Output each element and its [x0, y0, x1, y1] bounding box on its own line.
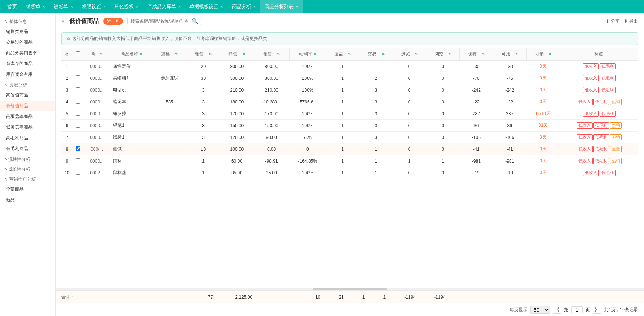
- nav-template-settings[interactable]: 单据模板设置 ×: [185, 0, 227, 13]
- sidebar-item-high-coverage[interactable]: 高覆盖率商品: [0, 111, 55, 122]
- sidebar-group-liquidity[interactable]: > 流通性分析: [0, 154, 55, 164]
- col-tags[interactable]: 标签: [560, 48, 638, 61]
- row-checkbox[interactable]: [73, 84, 83, 96]
- share-button[interactable]: ⬆ 分享: [606, 18, 620, 24]
- sidebar-item-low-coverage[interactable]: 低覆盖率商品: [0, 122, 55, 133]
- sidebar-item-high-margin[interactable]: 高毛利商品: [0, 133, 55, 143]
- row-select-checkbox[interactable]: [76, 111, 80, 116]
- collapse-sidebar-btn[interactable]: «: [61, 18, 65, 24]
- close-icon[interactable]: ×: [136, 4, 138, 9]
- nav-home[interactable]: 首页: [3, 0, 21, 13]
- sidebar-item-category-sales-rate[interactable]: 商品分类销售率: [0, 48, 55, 58]
- row-view1[interactable]: 0: [393, 167, 426, 179]
- col-spec[interactable]: 规格... ⇅: [152, 48, 187, 61]
- search-icon[interactable]: 🔍: [192, 18, 198, 24]
- col-margin[interactable]: 毛利率 ⇅: [289, 48, 326, 61]
- sidebar-item-stock-capital[interactable]: 库存资金占用: [0, 69, 55, 80]
- scrollbar-thumb[interactable]: [313, 288, 387, 290]
- row-select-checkbox[interactable]: [76, 135, 80, 139]
- row-view1[interactable]: 0: [393, 61, 426, 72]
- row-view1[interactable]: 0: [393, 84, 426, 96]
- col-avail[interactable]: 可用... ⇅: [493, 48, 526, 61]
- row-select-checkbox[interactable]: [76, 170, 80, 175]
- col-trade[interactable]: 交易... ⇅: [359, 48, 393, 61]
- sidebar-item-sales-products[interactable]: 销售类商品: [0, 26, 55, 37]
- col-code[interactable]: 商... ⇅: [83, 48, 111, 61]
- row-margin: 100%: [289, 108, 326, 120]
- search-input[interactable]: [131, 18, 190, 24]
- col-stock[interactable]: 现有... ⇅: [460, 48, 493, 61]
- prev-page-btn[interactable]: 《: [553, 306, 561, 314]
- row-checkbox[interactable]: [73, 72, 83, 84]
- sidebar-item-low-margin[interactable]: 低毛利商品: [0, 143, 55, 154]
- col-view2[interactable]: 浏览... ⇅: [426, 48, 459, 61]
- table-container[interactable]: ⚙ 商... ⇅ 商品名称 ⇅ 规格... ⇅ 销售... ⇅ 销售... ⇅ …: [56, 48, 644, 288]
- row-view1[interactable]: 0: [393, 72, 426, 84]
- col-qty[interactable]: 销售... ⇅: [187, 48, 220, 61]
- sidebar-item-low-value[interactable]: 低价值商品: [0, 101, 55, 111]
- nav-product-analysis[interactable]: 商品分析 ×: [228, 0, 260, 13]
- close-icon[interactable]: ×: [43, 4, 45, 9]
- row-checkbox[interactable]: [73, 143, 83, 155]
- row-select-checkbox[interactable]: [76, 64, 80, 68]
- col-name[interactable]: 商品名称 ⇅: [111, 48, 152, 61]
- sidebar-item-all-products[interactable]: 全部商品: [0, 184, 55, 195]
- close-icon[interactable]: ×: [221, 4, 223, 9]
- sidebar-group-marketing[interactable]: ∨ 营销推广分析: [0, 174, 55, 184]
- row-checkbox[interactable]: [73, 61, 83, 72]
- row-view1[interactable]: 1: [393, 155, 426, 167]
- nav-sales-order[interactable]: 销货单 ×: [21, 0, 49, 13]
- row-select-checkbox[interactable]: [76, 146, 80, 151]
- row-view1[interactable]: 0: [393, 96, 426, 108]
- close-icon[interactable]: ×: [103, 4, 105, 9]
- nav-purchase-order[interactable]: 进货单 ×: [49, 0, 77, 13]
- row-stock: -22: [460, 96, 493, 108]
- row-checkbox[interactable]: [73, 108, 83, 120]
- close-icon[interactable]: ×: [70, 4, 73, 9]
- nav-auth-settings[interactable]: 权限设置 ×: [77, 0, 110, 13]
- close-icon[interactable]: ×: [178, 4, 181, 9]
- col-coverage[interactable]: 覆盖... ⇅: [326, 48, 359, 61]
- row-select-checkbox[interactable]: [76, 158, 80, 163]
- next-page-btn[interactable]: 》: [593, 306, 601, 314]
- row-select-checkbox[interactable]: [76, 87, 80, 92]
- row-view1[interactable]: 0: [393, 132, 426, 143]
- sidebar-group-overall[interactable]: ∨ 整体信息: [0, 16, 55, 26]
- row-select-checkbox[interactable]: [76, 123, 80, 128]
- sidebar-item-new-products[interactable]: 新品: [0, 195, 55, 205]
- col-amount[interactable]: 销售... ⇅: [254, 48, 289, 61]
- nav-role-auth[interactable]: 角色授权 ×: [110, 0, 142, 13]
- row-checkbox[interactable]: [73, 96, 83, 108]
- tag: 低毛利: [600, 170, 616, 176]
- row-checkbox[interactable]: [73, 155, 83, 167]
- nav-product-inbound[interactable]: 产成品入库单 ×: [143, 0, 185, 13]
- row-select-checkbox[interactable]: [76, 75, 80, 80]
- col-settings[interactable]: ⚙: [61, 48, 73, 61]
- col-price[interactable]: 销售... ⇅: [220, 48, 254, 61]
- row-view1[interactable]: 0: [393, 108, 426, 120]
- col-sale-days[interactable]: 可销... ⇅: [526, 48, 560, 61]
- col-view1[interactable]: 浏览... ⇅: [393, 48, 426, 61]
- page-size-select[interactable]: 50 100 200: [530, 306, 550, 314]
- sidebar-group-contribution[interactable]: ∨ 贡献分析: [0, 80, 55, 90]
- row-checkbox[interactable]: [73, 167, 83, 179]
- sidebar-item-high-value[interactable]: 高价值商品: [0, 90, 55, 101]
- row-checkbox[interactable]: [73, 120, 83, 132]
- horizontal-scrollbar[interactable]: [56, 288, 644, 290]
- select-all-checkbox[interactable]: [76, 51, 80, 56]
- row-view1[interactable]: 0: [393, 120, 426, 132]
- close-icon[interactable]: ×: [254, 4, 256, 9]
- col-checkbox[interactable]: [73, 48, 83, 61]
- row-select-checkbox[interactable]: [76, 99, 80, 104]
- nav-product-analysis-list[interactable]: 商品分析列表 ×: [260, 0, 302, 13]
- page-input[interactable]: [571, 306, 583, 313]
- export-button[interactable]: ⬇ 导出: [624, 18, 638, 24]
- sidebar-group-growth[interactable]: > 成长性分析: [0, 164, 55, 174]
- row-view1[interactable]: 0: [393, 143, 426, 155]
- filter-recent-month[interactable]: 近一月: [103, 18, 123, 25]
- tag: 重量: [610, 146, 622, 152]
- sidebar-item-traded-products[interactable]: 交易过的商品: [0, 37, 55, 48]
- row-checkbox[interactable]: [73, 132, 83, 143]
- close-icon[interactable]: ×: [296, 4, 298, 9]
- sidebar-item-stock-products[interactable]: 有库存的商品: [0, 58, 55, 69]
